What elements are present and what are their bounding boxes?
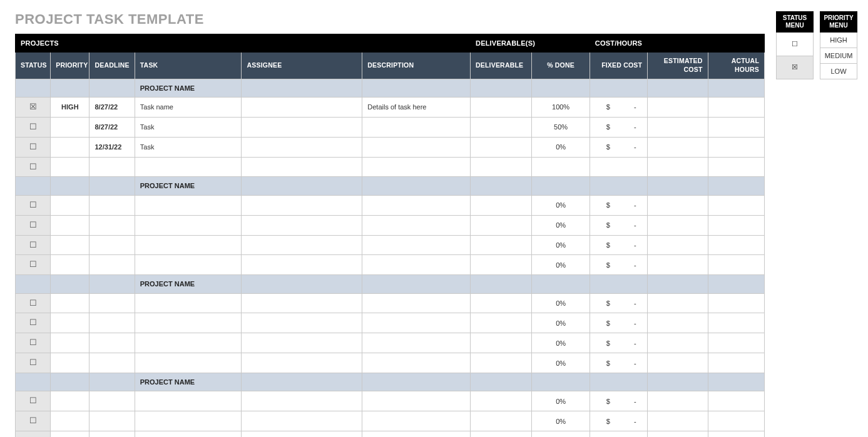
deadline-cell[interactable] (89, 157, 135, 177)
description-cell[interactable] (362, 431, 471, 437)
priority-cell[interactable] (51, 293, 89, 313)
status-cell[interactable]: ☐ (16, 215, 51, 235)
fixed-cost-cell[interactable]: $ - (590, 137, 647, 157)
deadline-cell[interactable]: 12/31/22 (89, 137, 135, 157)
status-cell[interactable]: ☐ (16, 333, 51, 353)
deadline-cell[interactable] (89, 431, 135, 437)
assignee-cell[interactable] (242, 313, 362, 333)
description-cell[interactable] (362, 215, 471, 235)
deadline-cell[interactable] (89, 235, 135, 255)
fixed-cost-cell[interactable]: $ - (590, 391, 647, 411)
group-status-cell[interactable] (16, 79, 51, 97)
deliverable-cell[interactable] (471, 313, 532, 333)
group-name-cell[interactable]: PROJECT NAME (135, 275, 242, 293)
task-cell[interactable] (135, 411, 242, 431)
status-legend-cell[interactable]: ☐ (777, 33, 814, 56)
actual-hours-cell[interactable] (708, 157, 764, 177)
priority-cell[interactable] (51, 353, 89, 373)
priority-cell[interactable] (51, 137, 89, 157)
deliverable-cell[interactable] (471, 391, 532, 411)
deadline-cell[interactable] (89, 333, 135, 353)
group-status-cell[interactable] (16, 275, 51, 293)
status-cell[interactable]: ☐ (16, 353, 51, 373)
group-name-cell[interactable]: PROJECT NAME (135, 373, 242, 391)
deliverable-cell[interactable] (471, 157, 532, 177)
priority-cell[interactable] (51, 391, 89, 411)
fixed-cost-cell[interactable]: $ - (590, 215, 647, 235)
task-cell[interactable] (135, 255, 242, 275)
status-cell[interactable]: ☐ (16, 313, 51, 333)
fixed-cost-cell[interactable]: $ - (590, 313, 647, 333)
pct-done-cell[interactable]: 0% (532, 431, 590, 437)
deliverable-cell[interactable] (471, 411, 532, 431)
priority-cell[interactable] (51, 431, 89, 437)
deliverable-cell[interactable] (471, 293, 532, 313)
pct-done-cell[interactable]: 0% (532, 353, 590, 373)
fixed-cost-cell[interactable]: $ - (590, 235, 647, 255)
pct-done-cell[interactable]: 0% (532, 333, 590, 353)
priority-cell[interactable] (51, 313, 89, 333)
assignee-cell[interactable] (242, 117, 362, 137)
est-cost-cell[interactable] (648, 137, 708, 157)
actual-hours-cell[interactable] (708, 431, 764, 437)
est-cost-cell[interactable] (648, 411, 708, 431)
fixed-cost-cell[interactable]: $ - (590, 333, 647, 353)
deadline-cell[interactable]: 8/27/22 (89, 97, 135, 117)
actual-hours-cell[interactable] (708, 313, 764, 333)
fixed-cost-cell[interactable]: $ - (590, 431, 647, 437)
actual-hours-cell[interactable] (708, 293, 764, 313)
task-cell[interactable]: Task (135, 117, 242, 137)
deliverable-cell[interactable] (471, 195, 532, 215)
deadline-cell[interactable] (89, 313, 135, 333)
description-cell[interactable] (362, 333, 471, 353)
pct-done-cell[interactable]: 0% (532, 293, 590, 313)
pct-done-cell[interactable]: 50% (532, 117, 590, 137)
status-legend-cell[interactable]: ☒ (777, 56, 814, 79)
deadline-cell[interactable] (89, 255, 135, 275)
assignee-cell[interactable] (242, 97, 362, 117)
priority-cell[interactable]: HIGH (51, 97, 89, 117)
actual-hours-cell[interactable] (708, 235, 764, 255)
actual-hours-cell[interactable] (708, 411, 764, 431)
deadline-cell[interactable] (89, 391, 135, 411)
pct-done-cell[interactable]: 0% (532, 195, 590, 215)
est-cost-cell[interactable] (648, 215, 708, 235)
priority-cell[interactable] (51, 333, 89, 353)
priority-legend-cell[interactable]: HIGH (820, 33, 857, 48)
deadline-cell[interactable] (89, 353, 135, 373)
est-cost-cell[interactable] (648, 195, 708, 215)
est-cost-cell[interactable] (648, 235, 708, 255)
priority-cell[interactable] (51, 195, 89, 215)
fixed-cost-cell[interactable] (590, 157, 647, 177)
fixed-cost-cell[interactable]: $ - (590, 195, 647, 215)
fixed-cost-cell[interactable]: $ - (590, 97, 647, 117)
status-cell[interactable]: ☐ (16, 411, 51, 431)
assignee-cell[interactable] (242, 411, 362, 431)
deliverable-cell[interactable] (471, 215, 532, 235)
priority-cell[interactable] (51, 255, 89, 275)
actual-hours-cell[interactable] (708, 117, 764, 137)
group-status-cell[interactable] (16, 177, 51, 195)
fixed-cost-cell[interactable]: $ - (590, 117, 647, 137)
assignee-cell[interactable] (242, 333, 362, 353)
status-cell[interactable]: ☐ (16, 391, 51, 411)
est-cost-cell[interactable] (648, 255, 708, 275)
status-cell[interactable]: ☐ (16, 195, 51, 215)
deliverable-cell[interactable] (471, 97, 532, 117)
priority-legend-cell[interactable]: LOW (820, 64, 857, 79)
deadline-cell[interactable] (89, 215, 135, 235)
task-cell[interactable] (135, 333, 242, 353)
assignee-cell[interactable] (242, 157, 362, 177)
deliverable-cell[interactable] (471, 431, 532, 437)
est-cost-cell[interactable] (648, 431, 708, 437)
fixed-cost-cell[interactable]: $ - (590, 353, 647, 373)
actual-hours-cell[interactable] (708, 97, 764, 117)
status-cell[interactable]: ☐ (16, 117, 51, 137)
pct-done-cell[interactable]: 0% (532, 235, 590, 255)
pct-done-cell[interactable]: 100% (532, 97, 590, 117)
task-cell[interactable] (135, 313, 242, 333)
status-cell[interactable]: ☐ (16, 157, 51, 177)
description-cell[interactable] (362, 157, 471, 177)
assignee-cell[interactable] (242, 215, 362, 235)
pct-done-cell[interactable]: 0% (532, 313, 590, 333)
